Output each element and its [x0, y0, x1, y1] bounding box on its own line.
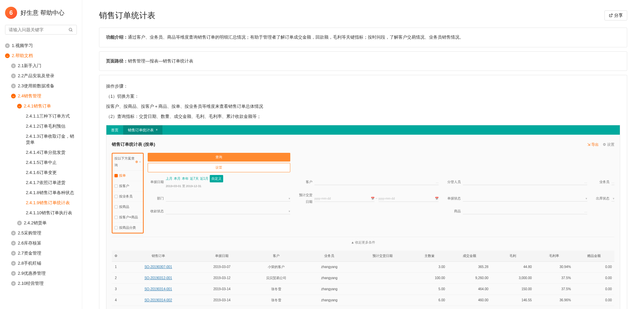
search-input[interactable] [9, 27, 68, 32]
scheme-option[interactable]: 按客户 [112, 181, 143, 191]
search-box[interactable] [5, 25, 77, 35]
goods-input[interactable]: … [463, 208, 587, 214]
column-header: 毛利率 [535, 251, 574, 262]
preview-title: 销售订单统计表 (按单) [112, 140, 155, 149]
calendar-icon: 📅 [371, 195, 375, 202]
intro-label: 功能介绍： [106, 35, 128, 40]
step1-text: 按客户、按商品、按客户＋商品、按单、按业务员等维度来查看销售订单总体情况 [106, 102, 620, 111]
outstatus-input[interactable]: ▾ [611, 195, 614, 202]
brand-row: 6 好生意 帮助中心 [5, 7, 77, 19]
expand-icon[interactable]: + [17, 221, 22, 225]
settings-button[interactable]: ⚙ 设置 [603, 141, 614, 148]
scheme-selector: 按以下方案查询 ⊕« 按单按客户按业务员按商品按客户+商品按商品分类 [112, 153, 144, 233]
nav-item[interactable]: +2.9优惠券管理 [5, 268, 77, 278]
nav-item[interactable]: 2.4.1.7依照订单进货 [5, 178, 77, 188]
path-card: 页面路径：销售管理—报表—销售订单统计表 [99, 51, 627, 71]
nav-item[interactable]: +2.6库存核算 [5, 238, 77, 248]
add-icon[interactable]: ⊕ [135, 159, 138, 165]
nav-item[interactable]: –2.4销售管理 [5, 91, 77, 101]
path-label: 页面路径： [106, 58, 128, 63]
date-preset[interactable]: 近1月 [200, 175, 209, 182]
assignee-input[interactable]: … [463, 179, 587, 185]
expand-icon[interactable]: + [11, 261, 16, 266]
main-content: 销售订单统计表 分享 功能介绍：通过客户、业务员、商品等维度查询销售订单的明细汇… [82, 0, 644, 309]
column-header: 客户 [247, 251, 305, 262]
tab-active[interactable]: 销售订单统计表× [123, 125, 162, 135]
expand-icon[interactable]: + [11, 84, 16, 88]
query-button[interactable]: 查询 [148, 153, 290, 162]
nav-item[interactable]: –2.4.1销售订单 [5, 101, 77, 111]
step1-label: （1）切换方案： [106, 92, 620, 101]
expand-icon[interactable]: + [5, 43, 10, 48]
date-preset[interactable]: 近7天 [190, 175, 199, 182]
expand-icon[interactable]: + [11, 241, 16, 246]
scheme-option[interactable]: 按单 [112, 171, 143, 181]
scheme-option[interactable]: 按商品分类 [112, 223, 143, 233]
dept-input[interactable]: ▾ [166, 195, 290, 202]
expand-icon[interactable]: + [11, 63, 16, 68]
nav-item[interactable]: –2.帮助文档 [5, 51, 77, 61]
collapse-toggle[interactable]: ▲ 收起更多条件 [112, 237, 614, 248]
nav-item[interactable]: +2.8手机旺铺 [5, 258, 77, 268]
scheme-option[interactable]: 按业务员 [112, 191, 143, 202]
logo-icon: 6 [5, 7, 17, 19]
nav-item[interactable]: +2.3使用前数据准备 [5, 81, 77, 91]
step2-text: （2）查询指标：交货日期、数量、成交金额、毛利、毛利率、累计收款金额等； [106, 112, 620, 121]
scheme-option[interactable]: 按客户+商品 [112, 212, 143, 223]
calendar-icon: 📅 [435, 195, 439, 202]
tab-bar: 首页 销售订单统计表× [106, 125, 620, 135]
expected-date-range[interactable]: yyyy-mm-dd📅 ~ yyyy-mm-dd📅 [314, 195, 439, 202]
gear-icon[interactable]: ⚙ [114, 254, 117, 258]
expand-icon[interactable]: + [11, 74, 16, 78]
nav-item[interactable]: +2.5采购管理 [5, 228, 77, 238]
nav-item[interactable]: 2.4.1.4订单分批发货 [5, 147, 77, 158]
nav-item[interactable]: 2.4.1.8销售订单各种状态 [5, 188, 77, 198]
expand-icon[interactable]: + [11, 251, 16, 256]
nav-item[interactable]: 2.4.1.10销售订单执行表 [5, 208, 77, 218]
collapse-icon[interactable]: – [17, 104, 22, 108]
table-row[interactable]: 2SO-20190312-0012019-03-12贝贝贸易公司zhangyan… [112, 273, 614, 284]
nav-item[interactable]: +2.2产品安装及登录 [5, 71, 77, 81]
nav-item[interactable]: +2.4.2销货单 [5, 218, 77, 228]
status-input[interactable]: ▾ [463, 195, 587, 202]
nav-item[interactable]: +1.视频学习 [5, 41, 77, 51]
nav-item[interactable]: 2.4.1.2订单毛利预估 [5, 121, 77, 131]
tab-home[interactable]: 首页 [106, 125, 123, 135]
table-row[interactable]: 3SO-20190314-0012019-03-14张冬雪zhangyang5.… [112, 284, 614, 295]
table-row[interactable]: 5SO-20190318-0012019-03-18贝贝贸易公司zhangyan… [112, 306, 614, 309]
nav-item[interactable]: +2.1新手入门 [5, 61, 77, 71]
scheme-header: 按以下方案查询 ⊕« [112, 153, 143, 171]
column-header: 主数量 [411, 251, 448, 262]
expand-icon[interactable]: + [11, 231, 16, 235]
date-preset[interactable]: 本年 [182, 175, 189, 182]
collapse-icon[interactable]: – [11, 94, 16, 98]
date-preset[interactable]: 本月 [174, 175, 181, 182]
paystatus-input[interactable]: ▾ [166, 208, 290, 214]
nav-item[interactable]: 2.4.1.3订单收取订金，销货单 [5, 131, 77, 147]
date-preset[interactable]: 上月 [166, 175, 172, 182]
nav-item[interactable]: +2.10经营管理 [5, 278, 77, 289]
nav-item[interactable]: 2.4.1.6订单变更 [5, 168, 77, 178]
more-icon[interactable]: « [139, 159, 141, 165]
nav-item[interactable]: 2.4.1.1三种下订单方式 [5, 111, 77, 121]
expand-icon[interactable]: + [11, 281, 16, 286]
nav-item-current[interactable]: 2.4.1.9销售订单统计表 [5, 198, 77, 208]
expand-icon[interactable]: + [11, 271, 16, 276]
table-row[interactable]: 1SO-20190307-0012019-03-07小荣的客户zhangyang… [112, 262, 614, 273]
path-text: 销售管理—报表—销售订单统计表 [128, 58, 193, 63]
scheme-option[interactable]: 按商品 [112, 202, 143, 212]
nav-item[interactable]: +2.7资金管理 [5, 248, 77, 258]
table-row[interactable]: 4SO-20190314-0022019-03-14张冬雪zhangyang6.… [112, 295, 614, 306]
date-preset[interactable]: 自定义 [210, 175, 223, 182]
content-block: 操作步骤： （1）切换方案： 按客户、按商品、按客户＋商品、按单、按业务员等维度… [99, 75, 627, 309]
customer-input[interactable]: … [314, 179, 439, 185]
preview-screenshot-1: 首页 销售订单统计表× 销售订单统计表 (按单) ⇲ 导出 ⚙ 设置 [106, 125, 620, 309]
collapse-icon[interactable]: – [5, 53, 10, 58]
nav-item[interactable]: 2.4.1.5订单中止 [5, 158, 77, 168]
share-button[interactable]: 分享 [604, 10, 627, 20]
set-button[interactable]: 设置 [148, 163, 290, 172]
export-button[interactable]: ⇲ 导出 [587, 141, 599, 148]
svg-point-0 [69, 28, 72, 31]
close-icon[interactable]: × [156, 127, 158, 133]
salesman-input[interactable]: … [611, 179, 614, 185]
